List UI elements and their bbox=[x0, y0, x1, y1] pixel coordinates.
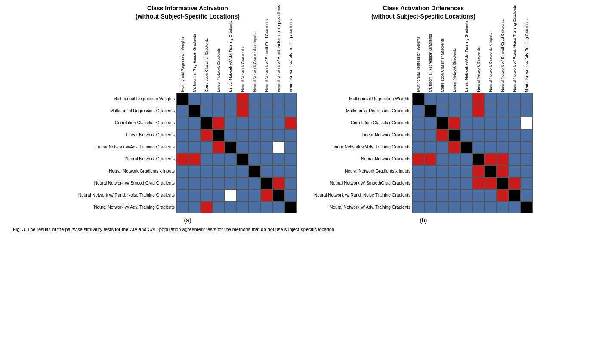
cell-4-4 bbox=[460, 141, 472, 153]
cell-2-6 bbox=[484, 117, 497, 129]
cell-3-0 bbox=[176, 129, 188, 141]
cell-7-7 bbox=[497, 177, 509, 189]
cell-6-1 bbox=[188, 165, 201, 177]
charts-row: Class Informative Activation (without Su… bbox=[9, 4, 602, 224]
matrix-row-9 bbox=[176, 201, 297, 213]
cell-2-3 bbox=[213, 117, 225, 129]
chart-a-row-labels: Multinomial Regression WeightsMultinomia… bbox=[78, 93, 175, 213]
matrix-row-3 bbox=[412, 129, 533, 141]
col-label-0: Multinomial Regression Weights bbox=[416, 37, 421, 92]
cell-0-7 bbox=[497, 93, 509, 105]
cell-4-3 bbox=[213, 141, 225, 153]
cell-0-5 bbox=[237, 93, 249, 105]
cell-7-0 bbox=[412, 177, 424, 189]
row-label-2: Correlation Classifier Gradients bbox=[78, 117, 175, 129]
cell-8-1 bbox=[424, 189, 436, 201]
col-label-wrapper-4: Linear Network w/Adv. Training Gradients bbox=[225, 23, 237, 92]
matrix-row-1 bbox=[176, 105, 297, 117]
cell-9-5 bbox=[237, 201, 249, 213]
cell-3-6 bbox=[484, 129, 497, 141]
chart-b: Class Activation Differences (without Su… bbox=[314, 4, 533, 224]
col-label-wrapper-1: Multinomial Regression Gradients bbox=[188, 23, 201, 92]
cell-5-4 bbox=[460, 153, 472, 165]
cell-8-6 bbox=[484, 189, 497, 201]
row-label-7: Neural Network w/ SmoothGrad Gradients bbox=[78, 177, 175, 189]
cell-9-3 bbox=[448, 201, 460, 213]
cell-1-1 bbox=[424, 105, 436, 117]
cell-7-9 bbox=[285, 177, 297, 189]
row-label-8: Neural Network w/ Rand. Noise Training G… bbox=[314, 189, 410, 201]
cell-4-2 bbox=[201, 141, 213, 153]
cell-1-9 bbox=[285, 105, 297, 117]
cell-0-4 bbox=[225, 93, 237, 105]
cell-2-4 bbox=[225, 117, 237, 129]
cell-5-2 bbox=[201, 153, 213, 165]
cell-8-0 bbox=[176, 189, 188, 201]
cell-6-3 bbox=[213, 165, 225, 177]
cell-3-0 bbox=[412, 129, 424, 141]
cell-1-0 bbox=[176, 105, 188, 117]
cell-5-3 bbox=[448, 153, 460, 165]
matrix-row-6 bbox=[176, 165, 297, 177]
cell-3-4 bbox=[225, 129, 237, 141]
cell-2-9 bbox=[521, 117, 533, 129]
cell-6-2 bbox=[201, 165, 213, 177]
cell-2-7 bbox=[497, 117, 509, 129]
cell-5-1 bbox=[188, 153, 201, 165]
cell-6-9 bbox=[285, 165, 297, 177]
cell-6-0 bbox=[412, 165, 424, 177]
cell-0-6 bbox=[249, 93, 261, 105]
cell-1-2 bbox=[436, 105, 448, 117]
cell-9-9 bbox=[285, 201, 297, 213]
row-label-1: Multinomial Regression Gradients bbox=[78, 105, 175, 117]
cell-8-7 bbox=[261, 189, 273, 201]
col-label-4: Linear Network w/Adv. Training Gradients bbox=[464, 21, 469, 92]
cell-5-9 bbox=[521, 153, 533, 165]
cell-6-8 bbox=[273, 165, 285, 177]
cell-6-9 bbox=[521, 165, 533, 177]
col-label-6: Neural Network Gradients x Inputs bbox=[488, 33, 493, 92]
cell-9-7 bbox=[261, 201, 273, 213]
col-label-wrapper-1: Multinomial Regression Gradients bbox=[424, 23, 436, 92]
cell-8-4 bbox=[225, 189, 237, 201]
cell-9-3 bbox=[213, 201, 225, 213]
row-label-2: Correlation Classifier Gradients bbox=[314, 117, 410, 129]
col-label-5: Neural Network Gradients bbox=[241, 47, 245, 92]
cell-8-2 bbox=[436, 189, 448, 201]
cell-5-0 bbox=[176, 153, 188, 165]
row-label-7: Neural Network w/ SmoothGrad Gradients bbox=[314, 177, 410, 189]
cell-0-5 bbox=[472, 93, 484, 105]
chart-b-col-labels: Multinomial Regression WeightsMultinomia… bbox=[412, 23, 533, 92]
cell-8-1 bbox=[188, 189, 201, 201]
cell-4-6 bbox=[249, 141, 261, 153]
chart-b-title: Class Activation Differences (without Su… bbox=[371, 4, 475, 21]
row-label-9: Neural Network w/ Adv. Training Gradient… bbox=[314, 201, 410, 213]
cell-1-8 bbox=[273, 105, 285, 117]
cell-0-6 bbox=[484, 93, 497, 105]
cell-7-2 bbox=[201, 177, 213, 189]
cell-8-9 bbox=[285, 189, 297, 201]
cell-6-6 bbox=[249, 165, 261, 177]
matrix-row-6 bbox=[412, 165, 533, 177]
cell-0-9 bbox=[521, 93, 533, 105]
col-label-wrapper-0: Multinomial Regression Weights bbox=[176, 23, 188, 92]
col-label-wrapper-3: Linear Network Gradients bbox=[448, 23, 460, 92]
cell-8-8 bbox=[273, 189, 285, 201]
col-label-wrapper-3: Linear Network Gradients bbox=[213, 23, 225, 92]
row-label-3: Linear Network Gradients bbox=[314, 129, 410, 141]
cell-1-8 bbox=[509, 105, 521, 117]
row-label-9: Neural Network w/ Adv. Training Gradient… bbox=[78, 201, 175, 213]
cell-9-1 bbox=[188, 201, 201, 213]
cell-9-7 bbox=[497, 201, 509, 213]
cell-9-8 bbox=[509, 201, 521, 213]
cell-5-8 bbox=[273, 153, 285, 165]
row-label-6: Neural Network Gradients x Inputs bbox=[314, 165, 410, 177]
cell-5-1 bbox=[424, 153, 436, 165]
cell-4-9 bbox=[285, 141, 297, 153]
cell-7-5 bbox=[472, 177, 484, 189]
cell-3-5 bbox=[237, 129, 249, 141]
cell-8-8 bbox=[509, 189, 521, 201]
cell-9-6 bbox=[249, 201, 261, 213]
cell-8-4 bbox=[460, 189, 472, 201]
cell-0-2 bbox=[201, 93, 213, 105]
